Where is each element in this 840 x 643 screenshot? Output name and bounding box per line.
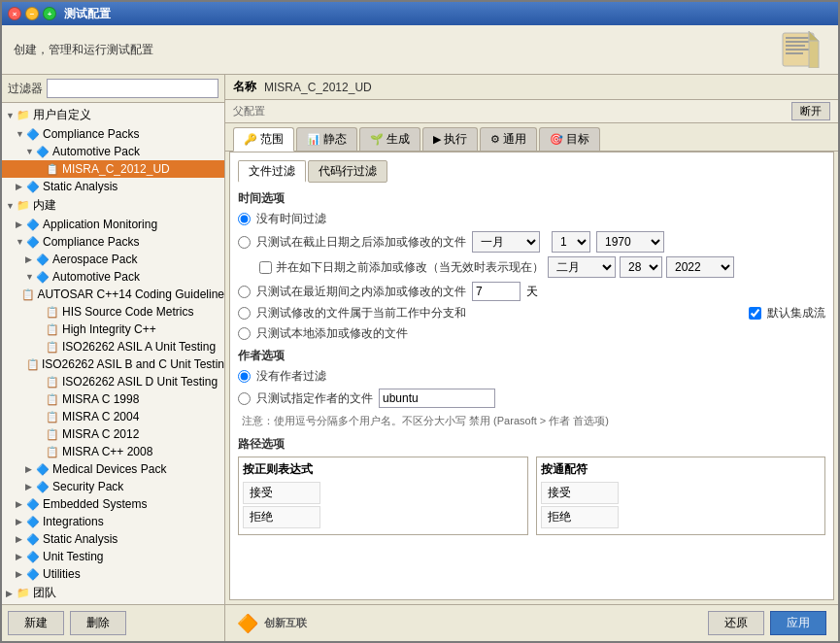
- window-title: 测试配置: [64, 6, 111, 22]
- tab-execute[interactable]: ▶ 执行: [422, 127, 478, 151]
- tree-label-autosar: AUTOSAR C++14 Coding Guideline: [37, 288, 224, 301]
- filter-label: 过滤器: [8, 81, 43, 97]
- left-panel: 过滤器 ▼ 📁 用户自定义 ▼ 🔷 Compliance Packs: [2, 75, 225, 641]
- tree-item-team[interactable]: ▶ 📁 团队: [2, 583, 224, 603]
- filter-input[interactable]: [47, 79, 218, 98]
- tree-item-compliance-ud[interactable]: ▼ 🔷 Compliance Packs: [2, 125, 224, 143]
- tree-item-static-analysis[interactable]: ▶ 🔷 Static Analysis: [2, 530, 224, 548]
- radio-no-time[interactable]: [238, 213, 251, 225]
- tree-label-misra-1998: MISRA C 1998: [62, 392, 139, 406]
- tree-item-misra-2012[interactable]: 📋 MISRA C 2012: [2, 425, 224, 443]
- arrow-embedded: ▶: [16, 499, 25, 509]
- maximize-button[interactable]: +: [43, 7, 56, 20]
- arrow-app-monitoring: ▶: [16, 220, 25, 229]
- tree-item-embedded[interactable]: ▶ 🔷 Embedded Systems: [2, 495, 224, 513]
- tree-item-misra-2004[interactable]: 📋 MISRA C 2004: [2, 408, 224, 425]
- tree-item-iso-asil-d[interactable]: 📋 ISO26262 ASIL D Unit Testing: [2, 373, 224, 390]
- radio-modified[interactable]: [238, 307, 251, 320]
- radio-recent[interactable]: [238, 286, 251, 298]
- tree-item-builtin[interactable]: ▼ 📁 内建: [2, 195, 224, 216]
- author-input[interactable]: [379, 389, 495, 408]
- bottom-bar: 🔶 创新互联 还原 应用: [225, 604, 838, 641]
- label-default-stream: 默认集成流: [767, 305, 825, 322]
- tab-static-label: 静态: [323, 131, 347, 148]
- svg-rect-5: [786, 52, 803, 54]
- pack-icon: 🔷: [25, 550, 41, 563]
- tree-item-unit-testing[interactable]: ▶ 🔷 Unit Testing: [2, 548, 224, 565]
- tree-item-user-defined[interactable]: ▼ 📁 用户自定义: [2, 105, 224, 125]
- apply-button[interactable]: 应用: [770, 611, 826, 635]
- left-bottom-buttons: 新建 删除: [2, 604, 224, 641]
- month1-select[interactable]: 一月二月三月: [472, 231, 540, 253]
- tree-item-static-ud[interactable]: ▶ 🔷 Static Analysis: [2, 178, 224, 195]
- tab-static[interactable]: 📊 静态: [296, 127, 357, 151]
- generate-icon: 🌱: [370, 133, 384, 146]
- tab-scope[interactable]: 🔑 范围: [233, 127, 294, 152]
- checkbox-before-row: 并在如下日期之前添加或修改（当无效时表示现在） 二月 28 2022: [259, 256, 825, 278]
- radio-no-author[interactable]: [238, 370, 251, 383]
- tree-item-security[interactable]: ▶ 🔷 Security Pack: [2, 478, 224, 495]
- folder-icon: 📁: [16, 587, 31, 600]
- config-icon: 📋: [21, 288, 35, 301]
- new-button[interactable]: 新建: [8, 611, 64, 635]
- tree-item-automotive[interactable]: ▼ 🔷 Automotive Pack: [2, 268, 224, 286]
- tree-item-high-integrity[interactable]: 📋 High Integrity C++: [2, 321, 224, 338]
- tree-label-security: Security Pack: [52, 480, 123, 493]
- year2-select[interactable]: 2022: [666, 256, 734, 278]
- minimize-button[interactable]: −: [25, 7, 39, 20]
- tree-item-autosar[interactable]: 📋 AUTOSAR C++14 Coding Guideline: [2, 286, 224, 303]
- arrow-medical: ▶: [25, 464, 35, 474]
- tree-item-iso-asil-a[interactable]: 📋 ISO26262 ASIL A Unit Testing: [2, 338, 224, 355]
- tree-item-utilities[interactable]: ▶ 🔷 Utilities: [2, 565, 224, 583]
- main-window: × − + 测试配置 创建，管理和运行测试配置 过滤器: [0, 0, 840, 643]
- tree-item-misra-cpp[interactable]: 📋 MISRA C++ 2008: [2, 443, 224, 460]
- pack-icon: 🔷: [25, 497, 41, 511]
- day2-select[interactable]: 28: [620, 256, 662, 278]
- window-controls: × − +: [8, 7, 56, 20]
- arrow-unit: ▶: [16, 552, 25, 561]
- radio-local[interactable]: [238, 327, 251, 340]
- tree-item-integrations[interactable]: ▶ 🔷 Integrations: [2, 513, 224, 530]
- tree-item-aerospace[interactable]: ▶ 🔷 Aerospace Pack: [2, 251, 224, 268]
- label-specific-author: 只测试指定作者的文件: [256, 390, 373, 407]
- wildcard-column: 按通配符 接受 拒绝: [536, 457, 826, 535]
- day1-select[interactable]: 1: [552, 231, 590, 253]
- restore-button[interactable]: 还原: [708, 611, 764, 635]
- config-icon: 📋: [45, 305, 60, 319]
- pack-icon: 🔷: [25, 127, 41, 141]
- year1-select[interactable]: 1970: [596, 231, 664, 253]
- scope-icon: 🔑: [244, 133, 257, 146]
- close-button[interactable]: ×: [8, 7, 21, 20]
- sub-tabs: 文件过滤 代码行过滤: [238, 160, 825, 183]
- svg-rect-4: [786, 49, 811, 51]
- tree-item-medical[interactable]: ▶ 🔷 Medical Devices Pack: [2, 460, 224, 478]
- tree-item-app-monitoring[interactable]: ▶ 🔷 Application Monitoring: [2, 216, 224, 233]
- recent-days-input[interactable]: [472, 282, 521, 301]
- wildcard-accept-row: 接受: [541, 482, 822, 504]
- sub-tab-file-filter[interactable]: 文件过滤: [238, 160, 306, 183]
- tree-item-iso-asil-bc[interactable]: 📋 ISO26262 ASIL B and C Unit Testin: [2, 355, 224, 373]
- arrow-compliance-ud: ▼: [16, 129, 25, 139]
- tree-item-compliance[interactable]: ▼ 🔷 Compliance Packs: [2, 233, 224, 251]
- month2-select[interactable]: 二月: [548, 256, 616, 278]
- config-icon: 📋: [45, 410, 60, 423]
- default-stream-checkbox[interactable]: [749, 307, 761, 320]
- radio-deadline[interactable]: [238, 236, 251, 249]
- svg-rect-1: [786, 37, 811, 39]
- tab-target[interactable]: 🎯 目标: [539, 127, 600, 151]
- delete-button[interactable]: 删除: [70, 611, 126, 635]
- tree-item-misra-ud[interactable]: 📋 MISRA_C_2012_UD: [2, 160, 224, 178]
- tree-item-his-source[interactable]: 📋 HIS Source Code Metrics: [2, 303, 224, 321]
- tab-generate[interactable]: 🌱 生成: [359, 127, 420, 151]
- before-date-checkbox[interactable]: [259, 261, 272, 274]
- tab-common[interactable]: ⚙ 通用: [480, 127, 537, 151]
- disconnect-button[interactable]: 断开: [791, 102, 830, 120]
- tree-item-misra-1998[interactable]: 📋 MISRA C 1998: [2, 390, 224, 408]
- tab-common-label: 通用: [503, 131, 526, 148]
- folder-icon: 📁: [16, 109, 31, 122]
- radio-specific-author[interactable]: [238, 392, 251, 405]
- regex-column: 按正则表达式 接受 拒绝: [238, 457, 528, 535]
- sub-tab-code-filter[interactable]: 代码行过滤: [308, 160, 387, 183]
- tree-item-automotive-ud[interactable]: ▼ 🔷 Automotive Pack: [2, 143, 224, 160]
- pack-icon: 🔷: [35, 462, 50, 476]
